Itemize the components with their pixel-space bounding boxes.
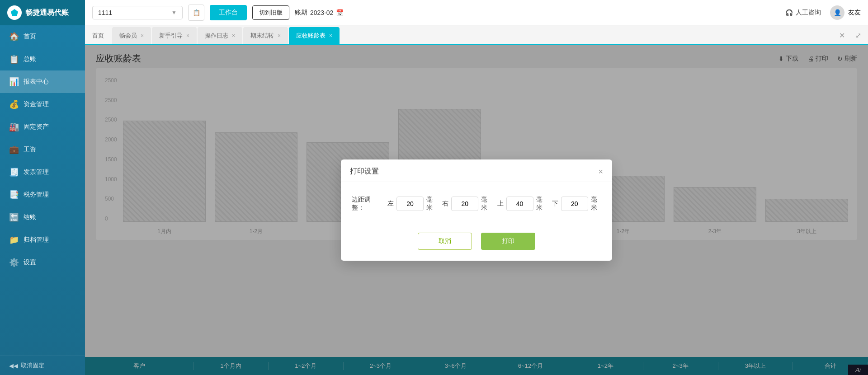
cancel-button[interactable]: 取消: [418, 233, 472, 250]
sidebar-item-settings[interactable]: ⚙️ 设置: [0, 251, 85, 274]
tab-home[interactable]: 首页: [85, 27, 111, 44]
avatar: 👤: [830, 5, 844, 20]
margin-bottom-unit: 毫米: [591, 196, 601, 212]
sidebar-item-label: 工资: [24, 145, 36, 154]
margin-left-input[interactable]: [396, 197, 424, 211]
period-value: 2023-02: [310, 9, 333, 16]
tab-guide[interactable]: 新手引导 ×: [152, 27, 197, 44]
sidebar-item-label: 报表中心: [24, 78, 49, 86]
calendar-icon-button[interactable]: 📋: [188, 5, 204, 21]
sidebar-item-label: 税务管理: [24, 191, 49, 199]
user-name: 友友: [848, 9, 861, 17]
margin-right-input[interactable]: [451, 197, 478, 211]
settings-icon: ⚙️: [9, 258, 19, 267]
margin-bottom-input[interactable]: [561, 197, 588, 211]
content-area: 应收账龄表 ⬇ 下载 🖨 打印 ↻ 刷新 2500 2500: [85, 45, 868, 375]
tab-guide-label: 新手引导: [159, 32, 183, 40]
sidebar-item-label: 固定资产: [24, 123, 49, 131]
sidebar-item-label: 设置: [24, 258, 36, 267]
tab-period-close[interactable]: ×: [278, 33, 281, 39]
invoice-icon: 🧾: [9, 167, 19, 177]
margin-left-label: 左: [387, 200, 394, 208]
sidebar-item-label: 结账: [24, 213, 36, 221]
tab-member-label: 畅会员: [119, 32, 137, 40]
company-name: 1111: [98, 9, 168, 16]
tabs-close-all-button[interactable]: ✕: [835, 29, 848, 42]
print-settings-dialog: 打印设置 × 边距调整： 左 毫米 右 毫米: [341, 159, 612, 261]
sidebar-item-label: 资金管理: [24, 100, 49, 108]
tabs-expand-button[interactable]: ⤢: [852, 29, 864, 42]
dialog-header: 打印设置 ×: [341, 159, 612, 182]
sidebar-nav: 🏠 首页 📋 总账 📊 报表中心 💰 资金管理 🏭 固定资产 💼 工资 🧾 发票…: [0, 25, 85, 356]
print-confirm-button[interactable]: 打印: [481, 233, 535, 250]
dialog-footer: 取消 打印: [341, 225, 612, 261]
tab-home-label: 首页: [92, 32, 104, 40]
tab-ar-close[interactable]: ×: [329, 33, 332, 39]
sidebar-item-funds[interactable]: 💰 资金管理: [0, 93, 85, 116]
dialog-body: 边距调整： 左 毫米 右 毫米 上: [341, 182, 612, 225]
sidebar-item-salary[interactable]: 💼 工资: [0, 138, 85, 161]
archive-icon: 📁: [9, 235, 19, 245]
collapse-arrow-icon: ◀◀: [9, 362, 18, 369]
tabs-bar: 首页 畅会员 × 新手引导 × 操作日志 × 期末结转 × 应收账龄表 × ✕ …: [85, 25, 868, 45]
sidebar-item-close-accounts[interactable]: 🔚 结账: [0, 206, 85, 229]
sidebar-item-assets[interactable]: 🏭 固定资产: [0, 116, 85, 138]
calendar-icon: 📋: [193, 9, 200, 16]
tab-log-label: 操作日志: [205, 32, 228, 40]
dialog-title: 打印设置: [350, 167, 379, 176]
sidebar-collapse-button[interactable]: ◀◀ 取消固定: [0, 356, 85, 375]
sidebar-item-label: 总账: [24, 55, 36, 63]
margin-top-label: 上: [497, 200, 504, 208]
main-area: 1111 ▼ 📋 工作台 切到旧版 账期 2023-02 📅 🎧 人工咨询 👤 …: [85, 0, 868, 375]
sidebar-item-label: 首页: [24, 33, 36, 41]
sidebar-item-ledger[interactable]: 📋 总账: [0, 48, 85, 70]
dialog-overlay: 打印设置 × 边距调整： 左 毫米 右 毫米: [85, 45, 868, 375]
tab-member[interactable]: 畅会员 ×: [112, 27, 151, 44]
tab-ar-aging[interactable]: 应收账龄表 ×: [289, 27, 340, 44]
sidebar-item-home[interactable]: 🏠 首页: [0, 25, 85, 48]
sidebar: 畅捷通易代账 🏠 首页 📋 总账 📊 报表中心 💰 资金管理 🏭 固定资产 💼 …: [0, 0, 85, 375]
margin-top-input[interactable]: [506, 197, 533, 211]
margin-right-label: 右: [442, 200, 448, 208]
calendar-period-icon: 📅: [336, 9, 344, 16]
home-icon: 🏠: [9, 32, 19, 42]
user-info[interactable]: 👤 友友: [830, 5, 861, 20]
tab-operations-log[interactable]: 操作日志 ×: [198, 27, 242, 44]
consultant-button[interactable]: 🎧 人工咨询: [785, 9, 821, 17]
margin-top-unit: 毫米: [536, 196, 547, 212]
avatar-icon: 👤: [834, 9, 841, 16]
switch-version-button[interactable]: 切到旧版: [252, 5, 289, 20]
margin-left-unit: 毫米: [426, 196, 437, 212]
dialog-close-button[interactable]: ×: [598, 168, 603, 176]
period-label: 账期: [295, 9, 307, 17]
sidebar-item-reports[interactable]: 📊 报表中心: [0, 70, 85, 93]
tab-member-close[interactable]: ×: [141, 33, 144, 39]
period-info: 账期 2023-02 📅: [295, 9, 344, 17]
topbar-right: 🎧 人工咨询 👤 友友: [785, 5, 861, 20]
sidebar-item-invoice[interactable]: 🧾 发票管理: [0, 161, 85, 183]
headset-icon: 🎧: [785, 9, 793, 16]
consultant-label: 人工咨询: [796, 9, 821, 17]
tab-ar-label: 应收账龄表: [296, 32, 326, 40]
company-selector[interactable]: 1111 ▼: [92, 6, 183, 19]
margin-right-group: 右 毫米: [442, 196, 491, 212]
tab-log-close[interactable]: ×: [232, 33, 235, 39]
margin-bottom-label: 下: [552, 200, 558, 208]
logo-icon: [7, 5, 22, 20]
tab-guide-close[interactable]: ×: [186, 33, 189, 39]
sidebar-item-label: 归档管理: [24, 236, 49, 244]
sidebar-item-archive[interactable]: 📁 归档管理: [0, 229, 85, 251]
funds-icon: 💰: [9, 99, 19, 109]
salary-icon: 💼: [9, 145, 19, 155]
ledger-icon: 📋: [9, 54, 19, 64]
tax-icon: 📑: [9, 190, 19, 200]
tab-period-carry-forward[interactable]: 期末结转 ×: [243, 27, 288, 44]
margin-bottom-group: 下 毫米: [552, 196, 601, 212]
tab-period-label: 期末结转: [250, 32, 274, 40]
collapse-label: 取消固定: [21, 361, 44, 370]
sidebar-item-tax[interactable]: 📑 税务管理: [0, 183, 85, 206]
margin-top-group: 上 毫米: [497, 196, 547, 212]
tabs-right-buttons: ✕ ⤢: [835, 29, 868, 44]
workspace-button[interactable]: 工作台: [210, 5, 247, 20]
sidebar-item-label: 发票管理: [24, 168, 49, 176]
